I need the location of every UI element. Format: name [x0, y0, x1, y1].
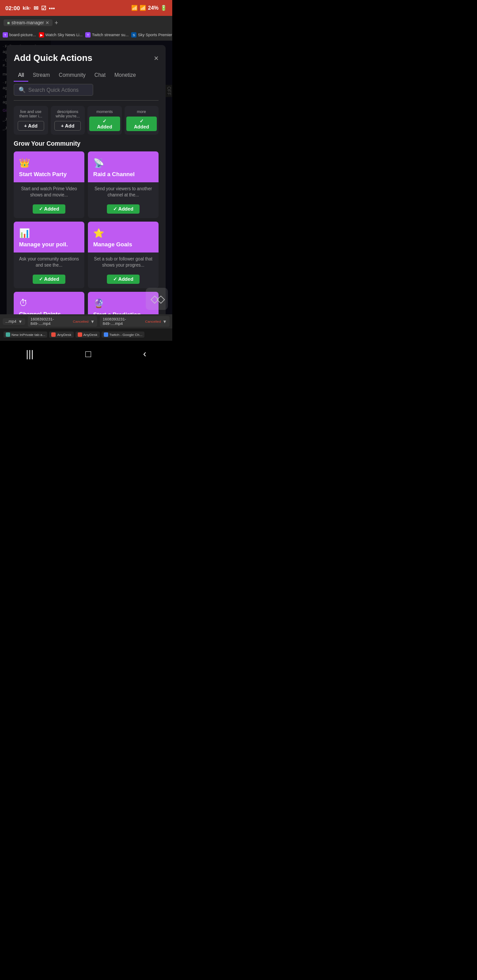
- card-added-button[interactable]: ✓ Added: [33, 204, 65, 214]
- bookmark-item[interactable]: T board-picture...: [3, 32, 36, 38]
- widget-arrows-icon: ◇◇: [151, 293, 163, 305]
- modal-close-button[interactable]: ×: [154, 54, 159, 62]
- bookmark-item[interactable]: S Sky Sports Premier...: [131, 32, 172, 38]
- download-chevron-icon: ▼: [163, 319, 167, 324]
- bookmark-label: board-picture...: [9, 33, 36, 37]
- download-item[interactable]: 1608393231-849-....mp4 Cancelled ▼: [28, 316, 98, 327]
- bookmark-item[interactable]: T Twitch streamer su...: [85, 32, 129, 38]
- tab-monetize[interactable]: Monetize: [110, 69, 140, 82]
- raid-icon: 📡: [93, 158, 104, 168]
- bookmark-favicon: T: [3, 32, 8, 38]
- modal-header: Add Quick Actions ×: [14, 53, 159, 63]
- download-item[interactable]: ...mp4 ▼: [3, 318, 25, 325]
- card-title: Manage your poll.: [19, 241, 68, 248]
- modal-title: Add Quick Actions: [14, 53, 92, 63]
- bookmark-label: Sky Sports Premier...: [138, 33, 172, 37]
- floating-widget[interactable]: ◇◇: [146, 288, 168, 310]
- bookmark-favicon: T: [85, 32, 91, 38]
- poll-icon: 📊: [19, 228, 30, 238]
- points-icon: ⏱: [19, 298, 28, 308]
- taskbar-item[interactable]: New InPrivate tab a...: [4, 332, 47, 338]
- download-chevron-icon: ▼: [91, 319, 95, 324]
- card-title: Manage Goals: [93, 241, 132, 248]
- card-desc: Ask your community questions and see the…: [18, 256, 80, 268]
- card-icon-area: 👑 Start Watch Party: [14, 151, 84, 182]
- grow-cards-grid: 👑 Start Watch Party Start and watch Prim…: [14, 151, 159, 314]
- taskbar-label: AnyDesk: [57, 333, 71, 337]
- tab-close-icon[interactable]: ✕: [45, 20, 49, 25]
- card-added-button[interactable]: ✓ Added: [33, 275, 65, 284]
- partial-card-added-button[interactable]: ✓ Added: [89, 117, 120, 131]
- download-chevron-icon: ▼: [18, 319, 23, 324]
- taskbar-item[interactable]: Twitch - Google Ch...: [102, 332, 145, 338]
- card-icon-area: ⭐ Manage Goals: [88, 222, 159, 253]
- taskbar-item[interactable]: AnyDesk: [76, 332, 100, 338]
- bookmark-favicon: S: [131, 32, 136, 38]
- partial-card-desc: live and use them later i...: [15, 109, 46, 118]
- grow-section-heading: Grow Your Community: [14, 140, 159, 147]
- download-label: 1608393231-849-....mp4: [102, 317, 143, 326]
- partial-card-desc: more: [137, 109, 146, 114]
- bookmark-bar: T board-picture... ▶ Watch Sky News Li..…: [0, 29, 172, 41]
- card-added-button[interactable]: ✓ Added: [107, 204, 140, 214]
- search-icon: 🔍: [19, 87, 26, 93]
- new-tab-button[interactable]: +: [54, 19, 58, 26]
- crown-icon: 👑: [19, 158, 30, 168]
- partial-card-add-button[interactable]: + Add: [18, 121, 44, 131]
- card-desc: Send your viewers to another channel at …: [92, 186, 154, 198]
- partial-card-add-button[interactable]: + Add: [54, 121, 81, 131]
- taskbar-label: Twitch - Google Ch...: [110, 333, 143, 337]
- back-button[interactable]: ‹: [143, 348, 146, 360]
- menu-button[interactable]: |||: [26, 348, 34, 360]
- card-desc: Set a sub or follower goal that shows yo…: [92, 256, 154, 268]
- home-button[interactable]: □: [85, 348, 91, 360]
- browser-bar: ■ stream-manager ✕ +: [0, 16, 172, 29]
- taskbar-item[interactable]: AnyDesk: [49, 332, 73, 338]
- card-title: Start Watch Party: [19, 171, 67, 178]
- partial-card: moments ✓ Added: [87, 106, 122, 135]
- download-item[interactable]: 1608393231-849-....mp4 Cancelled ▼: [100, 316, 170, 327]
- time-display: 02:00: [5, 5, 20, 11]
- browser-tab-active[interactable]: ■ stream-manager ✕: [4, 19, 53, 26]
- tab-community[interactable]: Community: [54, 69, 90, 82]
- partial-card: descriptions while you're... + Add: [51, 106, 85, 135]
- bookmark-item[interactable]: ▶ Watch Sky News Li...: [39, 32, 83, 38]
- card-icon-area: 📡 Raid a Channel: [88, 151, 159, 182]
- card-added-button[interactable]: ✓ Added: [107, 275, 140, 284]
- tab-chat[interactable]: Chat: [90, 69, 110, 82]
- tab-stream[interactable]: Stream: [28, 69, 54, 82]
- partial-card-added-button[interactable]: ✓ Added: [126, 117, 157, 131]
- card-title: Channel Points Reward Queue: [19, 311, 79, 314]
- check-icon: ☑: [41, 5, 46, 11]
- main-area: · Followed you · 4 hours ago · Gave you …: [0, 41, 172, 314]
- taskbar-favicon: [104, 332, 108, 337]
- taskbar-label: AnyDesk: [83, 333, 98, 337]
- status-bar: 02:00 kik· ✉ ☑ ••• 📶 📶 24% 🔋: [0, 0, 172, 16]
- partial-cards-row: live and use them later i... + Add descr…: [14, 106, 159, 135]
- prediction-icon: 🔮: [93, 298, 104, 309]
- partial-card-desc: moments: [96, 109, 113, 114]
- download-label: ...mp4: [5, 319, 16, 324]
- screen-fill: [0, 366, 172, 542]
- taskbar-label: New InPrivate tab a...: [11, 333, 45, 337]
- card-manage-goals: ⭐ Manage Goals Set a sub or follower goa…: [88, 222, 159, 288]
- card-start-watch-party: 👑 Start Watch Party Start and watch Prim…: [14, 151, 84, 218]
- wifi-icon: 📶: [131, 5, 138, 11]
- card-desc: Start and watch Prime Video shows and mo…: [18, 186, 80, 198]
- card-icon-area: 📊 Manage your poll.: [14, 222, 84, 253]
- tab-all[interactable]: All: [14, 69, 28, 82]
- download-status: Cancelled: [145, 320, 161, 324]
- android-nav: ||| □ ‹: [0, 341, 172, 366]
- kik-icon: kik·: [23, 5, 30, 11]
- modal-tabs: All Stream Community Chat Monetize: [14, 69, 140, 81]
- card-channel-points: ⏱ Channel Points Reward Queue Manage you…: [14, 292, 84, 314]
- partial-card-desc: descriptions while you're...: [53, 109, 83, 118]
- taskbar-favicon: [78, 332, 82, 337]
- bookmark-favicon: ▶: [39, 32, 44, 38]
- partial-card: live and use them later i... + Add: [14, 106, 48, 135]
- search-input[interactable]: [28, 87, 95, 93]
- partial-card: more ✓ Added: [125, 106, 159, 135]
- battery-icon: 🔋: [160, 5, 167, 11]
- card-title: Raid a Channel: [93, 171, 135, 178]
- download-bar: ...mp4 ▼ 1608393231-849-....mp4 Cancelle…: [0, 314, 172, 328]
